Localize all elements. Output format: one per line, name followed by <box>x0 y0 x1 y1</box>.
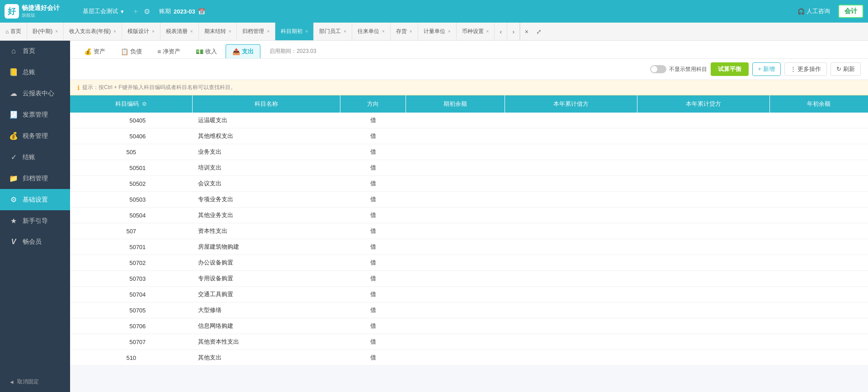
tab-period-end[interactable]: 期末结转 × <box>199 23 237 40</box>
table-row[interactable]: 50705大型修缮借 <box>70 302 868 318</box>
more-button[interactable]: ⋮ 更多操作 <box>784 62 827 76</box>
tab-tax-close[interactable]: × <box>190 29 193 34</box>
sidebar-item-home[interactable]: ⌂ 首页 <box>0 41 70 61</box>
tab-partner-close[interactable]: × <box>382 29 385 34</box>
tab-income[interactable]: 收入支出表(年报) × <box>64 23 122 40</box>
hint-bar: ℹ 提示：按Ctrl + F键并输入科目编码或者科目名称可以查找科目。 <box>70 80 868 95</box>
sidebar-item-guide[interactable]: ★ 新手引导 <box>0 210 70 231</box>
table-row[interactable]: 50702办公设备购置借 <box>70 255 868 271</box>
sub-tab-asset[interactable]: 💰 资产 <box>77 44 112 58</box>
tab-home[interactable]: ⌂ 首页 <box>0 23 27 40</box>
tab-currency[interactable]: 币种设置 × <box>457 23 495 40</box>
tab-subject-period-close[interactable]: × <box>305 29 308 34</box>
sidebar-item-member-label: 畅会员 <box>23 238 42 246</box>
sidebar-item-archive[interactable]: 📁 归档管理 <box>0 168 70 189</box>
table-row[interactable]: 510其他支出借 <box>70 350 868 366</box>
sidebar-item-checkout[interactable]: ✓ 结账 <box>0 146 70 168</box>
table-row[interactable]: 507资本性支出借 <box>70 223 868 239</box>
tab-prev-button[interactable]: ‹ <box>495 23 507 40</box>
table-container[interactable]: 科目编码 ⚙ 科目名称 方向 期初余额 本年累计借方 本年累计贷方 年初余额 5… <box>70 95 868 392</box>
tab-period-end-close[interactable]: × <box>229 29 231 34</box>
tab-archive[interactable]: 归档管理 × <box>237 23 275 40</box>
guide-icon: ★ <box>9 217 18 225</box>
tab-template[interactable]: 模版设计 × <box>122 23 160 40</box>
company-name: 基层工会测试 <box>83 7 118 15</box>
cell-opening <box>406 334 505 350</box>
sub-tab-income[interactable]: 💵 收入 <box>189 44 224 58</box>
cell-year-opening <box>769 160 868 176</box>
tab-tax-label: 税表清册 <box>166 28 188 35</box>
sub-tab-expense[interactable]: 📤 支出 <box>226 44 260 58</box>
table-row[interactable]: 50502会议支出借 <box>70 176 868 192</box>
cell-code: 507 <box>70 223 193 239</box>
tab-dept-close[interactable]: × <box>344 29 346 34</box>
tab-template-close[interactable]: × <box>152 29 155 34</box>
tab-unit[interactable]: 计量单位 × <box>418 23 457 40</box>
sidebar-item-checkout-label: 结账 <box>23 153 35 161</box>
refresh-button[interactable]: ↻ 刷新 <box>830 62 861 76</box>
table-row[interactable]: 50405运温暖支出借 <box>70 113 868 128</box>
company-selector[interactable]: 基层工会测试 ▾ <box>79 5 127 17</box>
tab-income-close[interactable]: × <box>113 29 116 34</box>
tab-archive-close[interactable]: × <box>267 29 269 34</box>
sub-tab-net-asset[interactable]: ≡ 净资产 <box>151 44 187 58</box>
tab-expand-button[interactable]: ⤢ <box>533 23 545 40</box>
cell-code: 50704 <box>70 287 193 302</box>
table-row[interactable]: 50406其他维权支出借 <box>70 128 868 144</box>
table-row[interactable]: 50704交通工具购置借 <box>70 287 868 302</box>
tab-partner[interactable]: 往来单位 × <box>352 23 391 40</box>
sidebar-item-invoice[interactable]: 🧾 发票管理 <box>0 104 70 125</box>
table-row[interactable]: 50701房屋建筑物购建借 <box>70 239 868 255</box>
tab-inventory[interactable]: 存货 × <box>391 23 418 40</box>
calendar-icon[interactable]: 📅 <box>198 8 205 15</box>
balance-button[interactable]: 试算平衡 <box>711 62 749 76</box>
sidebar-item-member[interactable]: V 畅会员 <box>0 231 70 252</box>
cell-opening <box>406 350 505 366</box>
tab-period[interactable]: 卧(中期) × <box>27 23 64 40</box>
service-button[interactable]: 🎧 人工咨询 <box>794 5 834 17</box>
table-row[interactable]: 50504其他业务支出借 <box>70 208 868 223</box>
table-row[interactable]: 50503专项业务支出借 <box>70 192 868 208</box>
cell-name: 办公设备购置 <box>193 255 340 271</box>
table-row[interactable]: 50501培训支出借 <box>70 160 868 176</box>
sidebar-item-settings[interactable]: ⚙ 基础设置 <box>0 189 70 210</box>
table-row[interactable]: 50707其他资本性支出借 <box>70 334 868 350</box>
sidebar-collapse-button[interactable]: ◄ 取消固定 <box>0 372 70 392</box>
toggle-disabled-switch[interactable]: 不显示禁用科目 <box>650 65 707 73</box>
tab-template-label: 模版设计 <box>127 28 149 35</box>
tab-next-button[interactable]: › <box>507 23 520 40</box>
tab-dept-label: 部门员工 <box>319 28 341 35</box>
tab-inventory-close[interactable]: × <box>410 29 412 34</box>
add-button[interactable]: + 新增 <box>752 62 781 76</box>
table-row[interactable]: 50706信息网络购建借 <box>70 318 868 334</box>
tab-dept[interactable]: 部门员工 × <box>314 23 352 40</box>
home-icon: ⌂ <box>9 47 18 55</box>
tab-close-all-button[interactable]: × <box>520 23 533 40</box>
cell-code: 510 <box>70 350 193 366</box>
table-row[interactable]: 50703专用设备购置借 <box>70 271 868 287</box>
sidebar-item-report[interactable]: ☁ 云报表中心 <box>0 83 70 104</box>
settings-icon[interactable]: ⚙ <box>144 7 150 16</box>
cell-name: 业务支出 <box>193 144 340 160</box>
cell-ytd-debit <box>505 302 637 318</box>
add-company-icon[interactable]: ＋ <box>132 7 139 16</box>
cell-ytd-credit <box>637 302 769 318</box>
tab-unit-close[interactable]: × <box>448 29 451 34</box>
sidebar-item-ledger[interactable]: 📒 总账 <box>0 61 70 83</box>
sidebar-item-tax[interactable]: 💰 税务管理 <box>0 125 70 146</box>
sub-tab-liability[interactable]: 📋 负债 <box>114 44 149 58</box>
cell-ytd-credit <box>637 176 769 192</box>
cell-name: 房屋建筑物购建 <box>193 239 340 255</box>
sub-tab-bar: 💰 资产 📋 负债 ≡ 净资产 💵 收入 📤 支出 启用期间：2023.03 <box>70 41 868 59</box>
cell-ytd-debit <box>505 144 637 160</box>
cell-opening <box>406 239 505 255</box>
col-name: 科目名称 <box>193 95 340 113</box>
tab-tax[interactable]: 税表清册 × <box>160 23 199 40</box>
col-settings-icon[interactable]: ⚙ <box>142 101 147 107</box>
toggle-track[interactable] <box>650 65 666 73</box>
tab-period-close[interactable]: × <box>55 29 58 34</box>
table-row[interactable]: 505业务支出借 <box>70 144 868 160</box>
tab-subject-period[interactable]: 科目期初 × <box>275 23 314 40</box>
tab-currency-close[interactable]: × <box>486 29 489 34</box>
accountant-button[interactable]: 会计 <box>838 5 863 18</box>
